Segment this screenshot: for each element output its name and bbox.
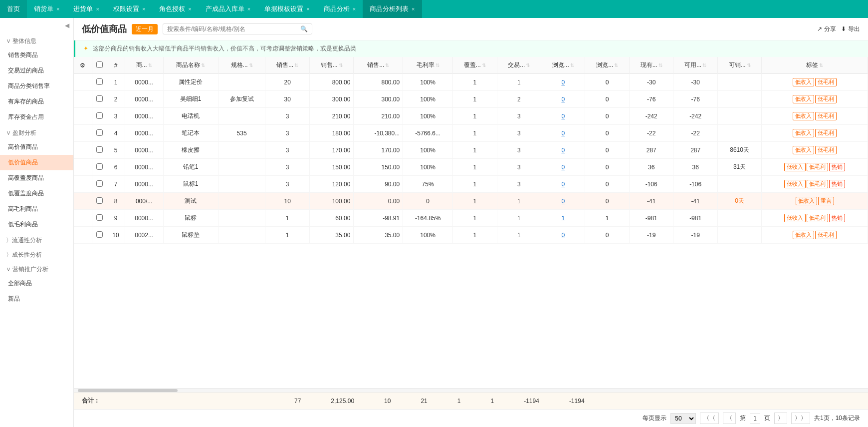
th-sellable[interactable]: 可销...⇅ [717, 57, 761, 74]
th-tags[interactable]: 标签⇅ [762, 57, 868, 74]
per-page-select[interactable]: 50 100 200 [670, 413, 696, 424]
sidebar-item-new-goods[interactable]: 新品 [0, 291, 73, 307]
nav-sales-order[interactable]: 销货单 × [27, 0, 66, 18]
browse-link[interactable]: 0 [561, 147, 565, 154]
next-page-btn[interactable]: 〉 [774, 413, 787, 424]
td-check[interactable] [92, 74, 107, 91]
close-icon[interactable]: × [412, 6, 415, 12]
search-input[interactable] [167, 25, 300, 32]
sidebar-item-low-coverage[interactable]: 低覆盖度商品 [0, 186, 73, 201]
td-check[interactable] [92, 210, 107, 227]
browse-link[interactable]: 0 [561, 164, 565, 171]
nav-template[interactable]: 单据模板设置 × [257, 0, 316, 18]
th-name[interactable]: 商品名称⇅ [163, 57, 218, 74]
th-browse1[interactable]: 浏览...⇅ [541, 57, 585, 74]
sidebar-item-traded-goods[interactable]: 交易过的商品 [0, 63, 73, 78]
row-checkbox[interactable] [96, 112, 103, 119]
browse-link[interactable]: 1 [561, 215, 565, 222]
row-checkbox[interactable] [96, 129, 103, 136]
td-check[interactable] [92, 227, 107, 244]
sidebar-item-sales-goods[interactable]: 销售类商品 [0, 47, 73, 63]
scroll-thumb[interactable] [78, 389, 178, 392]
sidebar-collapse-btn[interactable]: ◀ [65, 22, 69, 29]
browse-link[interactable]: 0 [561, 79, 565, 86]
td-browse1[interactable]: 0 [541, 142, 585, 159]
check-all[interactable] [96, 61, 103, 68]
sidebar-item-high-coverage[interactable]: 高覆盖度商品 [0, 170, 73, 186]
td-check[interactable] [92, 142, 107, 159]
row-checkbox[interactable] [96, 146, 103, 153]
td-browse1[interactable]: 0 [541, 91, 585, 108]
nav-permission[interactable]: 权限设置 × [106, 0, 152, 18]
browse-link[interactable]: 0 [561, 232, 565, 239]
prev-page-btn[interactable]: 〈 [723, 413, 736, 424]
td-browse1[interactable]: 0 [541, 227, 585, 244]
close-icon[interactable]: × [306, 6, 309, 12]
th-available[interactable]: 可用...⇅ [673, 57, 717, 74]
row-checkbox[interactable] [96, 95, 103, 102]
td-browse1[interactable]: 0 [541, 74, 585, 91]
th-check[interactable] [92, 57, 107, 74]
td-check[interactable] [92, 108, 107, 125]
row-checkbox[interactable] [96, 180, 103, 187]
th-sales-qty[interactable]: 销售...⇅ [265, 57, 309, 74]
browse-link[interactable]: 0 [561, 130, 565, 137]
td-check[interactable] [92, 91, 107, 108]
td-check[interactable] [92, 193, 107, 210]
sidebar-item-high-margin[interactable]: 高毛利商品 [0, 201, 73, 217]
share-btn[interactable]: ↗ 分享 [817, 25, 836, 33]
nav-goods-analysis[interactable]: 商品分析 × [317, 0, 363, 18]
th-transaction[interactable]: 交易...⇅ [497, 57, 541, 74]
td-browse1[interactable]: 0 [541, 125, 585, 142]
search-box[interactable]: 🔍 [163, 23, 312, 34]
th-spec[interactable]: 规格...⇅ [218, 57, 265, 74]
row-checkbox[interactable] [96, 78, 103, 85]
close-icon[interactable]: × [96, 6, 99, 12]
filter-btn[interactable]: 近一月 [132, 24, 158, 34]
nav-purchase-order[interactable]: 进货单 × [66, 0, 106, 18]
close-icon[interactable]: × [142, 6, 145, 12]
td-browse1[interactable]: 1 [541, 210, 585, 227]
th-sales-amount[interactable]: 销售...⇅ [354, 57, 403, 74]
td-browse1[interactable]: 0 [541, 193, 585, 210]
sidebar-item-low-margin[interactable]: 低毛利商品 [0, 217, 73, 232]
close-icon[interactable]: × [247, 6, 250, 12]
row-checkbox[interactable] [96, 163, 103, 170]
nav-goods-analysis-list[interactable]: 商品分析列表 × [363, 0, 422, 18]
nav-role-auth[interactable]: 角色授权 × [152, 0, 198, 18]
th-coverage[interactable]: 覆盖...⇅ [453, 57, 497, 74]
th-browse2[interactable]: 浏览...⇅ [585, 57, 629, 74]
browse-link[interactable]: 0 [561, 113, 565, 120]
td-browse1[interactable]: 0 [541, 108, 585, 125]
th-code[interactable]: 商...⇅ [125, 57, 163, 74]
th-sales-price[interactable]: 销售...⇅ [309, 57, 353, 74]
td-check[interactable] [92, 159, 107, 176]
sidebar-item-stocked-goods[interactable]: 有库存的商品 [0, 94, 73, 109]
close-icon[interactable]: × [56, 6, 59, 12]
browse-link[interactable]: 0 [561, 198, 565, 205]
sidebar-item-low-value[interactable]: 低价值商品 [0, 155, 73, 170]
nav-home[interactable]: 首页 [0, 0, 27, 18]
sidebar-item-high-value[interactable]: 高价值商品 [0, 139, 73, 155]
last-page-btn[interactable]: 〉〉 [791, 413, 810, 424]
row-checkbox[interactable] [96, 231, 103, 238]
current-page-input[interactable]: 1 [750, 414, 760, 424]
td-check[interactable] [92, 125, 107, 142]
first-page-btn[interactable]: 〈〈 [700, 413, 719, 424]
browse-link[interactable]: 0 [561, 96, 565, 103]
export-btn[interactable]: ⬇ 导出 [841, 25, 860, 33]
close-icon[interactable]: × [353, 6, 356, 12]
row-checkbox[interactable] [96, 214, 103, 221]
nav-product-in[interactable]: 产成品入库单 × [199, 0, 257, 18]
sidebar-item-stock-funds[interactable]: 库存资金占用 [0, 109, 73, 125]
sidebar-item-category-rate[interactable]: 商品分类销售率 [0, 78, 73, 94]
row-checkbox[interactable] [96, 197, 103, 204]
th-gear[interactable]: ⚙ [74, 57, 92, 74]
td-browse1[interactable]: 0 [541, 159, 585, 176]
browse-link[interactable]: 0 [561, 181, 565, 188]
close-icon[interactable]: × [188, 6, 191, 12]
td-check[interactable] [92, 176, 107, 193]
th-stock-now[interactable]: 现有...⇅ [629, 57, 673, 74]
scroll-bar[interactable] [74, 388, 868, 392]
td-browse1[interactable]: 0 [541, 176, 585, 193]
